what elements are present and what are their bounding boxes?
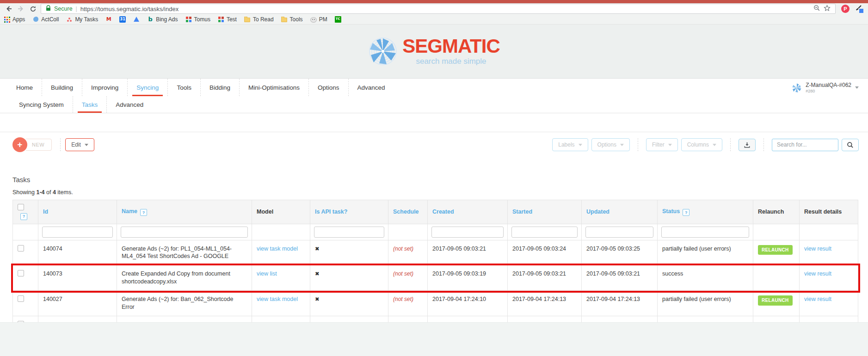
bookmark-label: Tools xyxy=(290,16,303,23)
nav-tab[interactable]: Improving xyxy=(82,79,127,96)
column-sort-link: Result details xyxy=(804,209,842,215)
page-title: Tasks xyxy=(12,176,859,184)
bookmark-star-icon[interactable] xyxy=(824,5,831,13)
column-header: Started xyxy=(508,200,582,224)
task-id: 140027 xyxy=(43,296,62,302)
column-sort-link[interactable]: Is API task? xyxy=(315,209,347,215)
filter-input[interactable] xyxy=(42,227,113,238)
task-name: Generate Ads (~2) for: Ban_062_Shortcode… xyxy=(122,296,233,310)
row-checkbox[interactable] xyxy=(18,295,24,302)
bookmark-icon xyxy=(281,16,288,23)
nav-tab[interactable]: Options xyxy=(308,79,348,96)
nav-tab[interactable]: Home xyxy=(7,79,42,96)
updated-value: 2017-09-05 09:03:25 xyxy=(586,246,640,252)
filter-cell xyxy=(800,224,858,240)
chevron-down-icon xyxy=(713,144,716,146)
sub-nav-tab[interactable]: Advanced xyxy=(106,96,152,113)
brand-name: SEGMATIC xyxy=(402,37,500,56)
bookmark[interactable]: My Tasks xyxy=(66,16,98,23)
updated-value: 2017-09-05 09:03:21 xyxy=(586,270,640,277)
table-header-row: ? Id Name? Model Is API task? Schedule C… xyxy=(13,200,858,224)
zoom-out-icon[interactable] xyxy=(813,5,820,13)
download-button[interactable] xyxy=(739,139,756,151)
column-sort-link[interactable]: Name xyxy=(122,208,137,215)
filter-input[interactable] xyxy=(431,227,504,238)
view-result-link[interactable]: view result xyxy=(804,296,831,302)
address-bar[interactable]: Secure | https://tomus.segmatic.io/tasks… xyxy=(41,4,836,14)
filter-input[interactable] xyxy=(121,227,248,238)
bookmark[interactable] xyxy=(105,16,112,23)
search-button[interactable] xyxy=(842,139,859,151)
search-input[interactable] xyxy=(772,139,838,151)
sub-nav-tab[interactable]: Syncing System xyxy=(10,96,73,113)
sub-nav-tab-label: Syncing System xyxy=(19,101,64,108)
row-checkbox[interactable] xyxy=(18,245,24,252)
bookmark[interactable]: To Read xyxy=(244,16,274,23)
bookmark[interactable]: ActColl xyxy=(32,16,59,23)
options-button[interactable]: Options xyxy=(591,138,630,151)
nav-tab[interactable]: Building xyxy=(42,79,82,96)
bookmark[interactable] xyxy=(133,16,140,23)
edit-button-label: Edit xyxy=(71,141,81,148)
column-sort-link[interactable]: Schedule xyxy=(393,209,419,215)
sub-nav-tab[interactable]: Tasks xyxy=(73,96,107,113)
account-avatar-icon xyxy=(792,83,802,93)
view-result-link[interactable]: view result xyxy=(804,246,831,252)
schedule-value: (not set) xyxy=(393,246,413,252)
bookmark[interactable]: Bing Ads xyxy=(147,16,178,23)
row-checkbox[interactable] xyxy=(18,270,24,276)
back-icon[interactable] xyxy=(5,5,13,13)
select-all-checkbox[interactable] xyxy=(18,204,24,210)
bookmark[interactable]: Tomus xyxy=(185,16,210,23)
column-sort-link[interactable]: Updated xyxy=(586,209,609,215)
nav-tab[interactable]: Tools xyxy=(167,79,200,96)
filter-input[interactable] xyxy=(511,227,578,238)
nav-tab[interactable]: Bidding xyxy=(200,79,239,96)
lock-icon xyxy=(46,5,51,13)
divider xyxy=(763,138,764,151)
columns-button[interactable]: Columns xyxy=(681,138,722,151)
column-sort-link[interactable]: Started xyxy=(512,209,532,215)
color-picker-extension-icon[interactable] xyxy=(855,5,863,13)
bookmark[interactable]: Test xyxy=(218,16,237,23)
filter-input[interactable] xyxy=(314,227,384,238)
bookmark[interactable]: PM xyxy=(310,16,327,23)
relaunch-button[interactable]: RELAUNCH xyxy=(758,245,793,255)
search-icon xyxy=(847,141,854,148)
relaunch-button[interactable]: RELAUNCH xyxy=(758,295,793,306)
checkbox-column-header: ? xyxy=(13,200,38,224)
model-link[interactable]: view list xyxy=(257,270,277,277)
bookmark[interactable]: Apps xyxy=(4,16,25,23)
filter-button[interactable]: Filter xyxy=(646,138,678,151)
column-header: Created xyxy=(428,200,508,224)
filter-input[interactable] xyxy=(585,227,653,238)
nav-tab-label: Bidding xyxy=(209,84,230,91)
filter-button-label: Filter xyxy=(652,141,665,148)
chevron-down-icon xyxy=(855,86,859,89)
forward-icon[interactable] xyxy=(17,5,25,13)
bookmark[interactable] xyxy=(119,16,126,23)
account-menu[interactable]: Z-ManualQA-#062 #280 xyxy=(792,82,859,93)
refresh-icon[interactable] xyxy=(29,5,37,13)
browser-tab-strip xyxy=(0,0,868,3)
model-link[interactable]: view task model xyxy=(257,246,298,252)
nav-tab[interactable]: Syncing xyxy=(127,79,167,96)
column-sort-link[interactable]: Created xyxy=(432,209,454,215)
bookmark[interactable] xyxy=(335,16,341,23)
nav-tab[interactable]: Mini-Optimisations xyxy=(239,79,308,96)
column-header: Relaunch xyxy=(753,200,800,224)
new-button-label: NEW xyxy=(32,142,44,147)
nav-tab[interactable]: Advanced xyxy=(348,79,394,96)
bookmark[interactable]: Tools xyxy=(281,16,303,23)
labels-button[interactable]: Labels xyxy=(552,138,588,151)
divider xyxy=(730,138,731,151)
model-link[interactable]: view task model xyxy=(257,296,298,302)
edit-button[interactable]: Edit xyxy=(65,138,94,151)
pocket-extension-icon[interactable]: P xyxy=(841,5,850,13)
filter-input[interactable] xyxy=(661,227,749,238)
view-result-link[interactable]: view result xyxy=(804,270,831,277)
column-sort-link[interactable]: Status xyxy=(662,208,680,215)
column-sort-link[interactable]: Id xyxy=(43,209,48,215)
task-name: Generate Ads (~2) for: PL1_054-ML1_054-M… xyxy=(122,246,232,260)
new-button[interactable]: + NEW xyxy=(19,139,52,151)
